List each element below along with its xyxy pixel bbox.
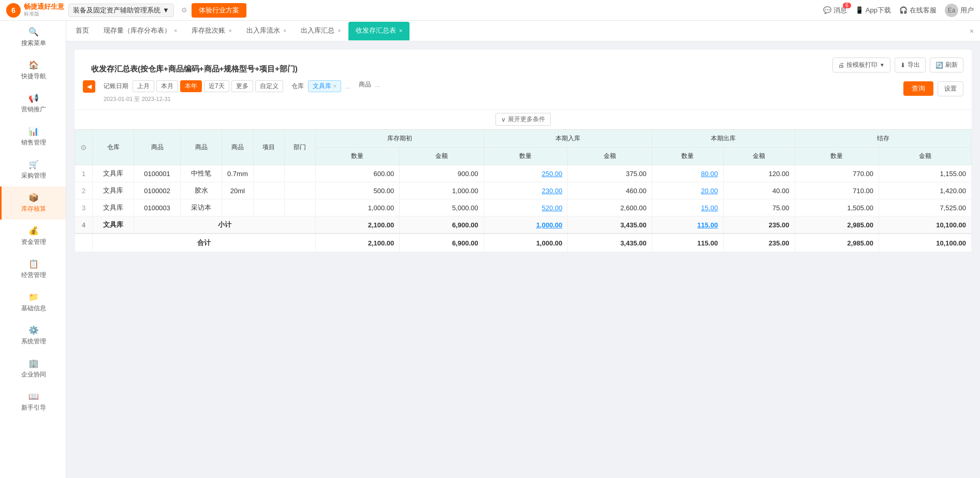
tab-inventory-dist-close[interactable]: ×	[174, 27, 177, 34]
sidebar-item-purchase[interactable]: 🛒 采购管理	[0, 153, 66, 186]
sidebar-label-sales: 销售管理	[21, 138, 46, 147]
sidebar-item-search[interactable]: 🔍 搜索菜单	[0, 21, 66, 54]
print-button[interactable]: 🖨 按模板打印 ▼	[832, 57, 890, 73]
corp-icon: 🏢	[28, 358, 39, 368]
row-bal-qty-2: 710.00	[795, 182, 879, 199]
sidebar-item-inventory[interactable]: 📦 库存核算	[0, 186, 66, 220]
total-row: 合计 2,100.00 6,900.00 1,000.00 3,435.00 1…	[75, 234, 972, 252]
row-dept-1	[284, 165, 315, 182]
total-in-amt: 3,435.00	[568, 234, 652, 252]
row-in-qty-1[interactable]: 250.00	[484, 165, 568, 182]
subtotal-out-qty-link[interactable]: 115.00	[697, 221, 718, 229]
trial-button[interactable]: 体验行业方案	[192, 3, 246, 18]
main-card: 收发存汇总表(按仓库+商品编码+商品+规格型号+项目+部门) 🖨 按模板打印 ▼…	[75, 50, 972, 252]
total-open-qty: 2,100.00	[315, 234, 400, 252]
row-in-qty-link-2[interactable]: 230.00	[542, 187, 562, 195]
tab-summary-close[interactable]: ×	[338, 27, 341, 34]
chevron-down-icon: ∨	[501, 116, 506, 123]
date-btn-more[interactable]: 更多	[231, 80, 253, 92]
subtotal-open-amt: 6,900.00	[400, 216, 484, 234]
row-out-qty-link-3[interactable]: 15.00	[701, 204, 718, 212]
table-row: 1 文具库 0100001 中性笔 0.7mm 600.00 900.00 25…	[75, 165, 972, 182]
sidebar-item-quick[interactable]: 🏠 快捷导航	[0, 54, 66, 87]
sidebar-item-newbie[interactable]: 📖 新手引导	[0, 385, 66, 418]
row-code-3: 0100003	[134, 199, 181, 216]
row-in-qty-link-3[interactable]: 520.00	[542, 204, 562, 212]
system-icon: ⚙️	[28, 325, 39, 335]
row-out-amt-1: 120.00	[723, 165, 795, 182]
user-item[interactable]: Ea 用户	[945, 4, 974, 17]
total-in-qty: 1,000.00	[484, 234, 568, 252]
row-out-qty-link-2[interactable]: 20.00	[701, 187, 718, 195]
tab-flow-label: 出入库流水	[246, 26, 280, 35]
sidebar-item-system[interactable]: ⚙️ 系统管理	[0, 319, 66, 352]
tab-home[interactable]: 首页	[68, 22, 96, 40]
tab-home-label: 首页	[76, 26, 89, 35]
finance-icon: 💰	[28, 226, 39, 236]
sidebar-item-marketing[interactable]: 📢 营销推广	[0, 87, 66, 120]
chevron-down-icon: ▼	[163, 6, 169, 14]
filter-settings-button[interactable]: 设置	[938, 81, 963, 96]
row-bal-qty-1: 770.00	[795, 165, 879, 182]
online-service-item[interactable]: 🎧 在线客服	[899, 6, 937, 15]
date-filter-group: 记账日期 上月 本月 本年 近7天 更多 自定义 2023-01-01 至 20…	[104, 80, 283, 103]
tab-inventory-dist[interactable]: 现存量（库存分布表） ×	[96, 22, 184, 40]
date-btn-custom[interactable]: 自定义	[255, 80, 283, 92]
date-btn-this-year[interactable]: 本年	[180, 80, 202, 92]
print-icon: 🖨	[838, 62, 844, 69]
row-out-amt-3: 75.00	[723, 199, 795, 216]
row-out-qty-1[interactable]: 80.00	[652, 165, 723, 182]
newbie-icon: 📖	[28, 392, 39, 401]
date-btn-last-month[interactable]: 上月	[133, 80, 154, 92]
date-btn-this-month[interactable]: 本月	[156, 80, 178, 92]
sidebar-item-corp[interactable]: 🏢 企业协同	[0, 352, 66, 385]
warehouse-more[interactable]: ...	[345, 83, 350, 90]
sidebar-item-finance[interactable]: 💰 资金管理	[0, 220, 66, 253]
sidebar-item-basic[interactable]: 📁 基础信息	[0, 286, 66, 319]
tab-summary[interactable]: 出入库汇总 ×	[294, 22, 348, 40]
warehouse-tag[interactable]: 文具库 ×	[308, 80, 341, 92]
tab-receipt-summary[interactable]: 收发存汇总表 ×	[348, 22, 409, 40]
row-open-qty-3: 1,000.00	[315, 199, 400, 216]
subtotal-out-qty[interactable]: 115.00	[652, 216, 723, 234]
row-in-qty-link-1[interactable]: 250.00	[542, 170, 562, 178]
sidebar-item-sales[interactable]: 📊 销售管理	[0, 120, 66, 153]
system-selector[interactable]: 装备及固定资产辅助管理系统 ▼	[68, 4, 174, 17]
row-spec-3	[222, 199, 254, 216]
tab-batch[interactable]: 库存批次账 ×	[184, 22, 239, 40]
subtotal-in-qty[interactable]: 1,000.00	[484, 216, 568, 234]
date-btn-7days[interactable]: 近7天	[204, 80, 229, 92]
collapse-button[interactable]: ◀	[83, 80, 95, 93]
app-download-item[interactable]: 📱 App下载	[855, 6, 891, 15]
row-in-qty-2[interactable]: 230.00	[484, 182, 568, 199]
refresh-button[interactable]: 🔄 刷新	[930, 57, 963, 73]
tab-batch-close[interactable]: ×	[228, 27, 231, 34]
expand-conditions-button[interactable]: ∨ 展开更多条件	[495, 113, 551, 126]
purchase-icon: 🛒	[28, 160, 39, 169]
tab-receipt-close[interactable]: ×	[399, 27, 402, 34]
subtotal-in-qty-link[interactable]: 1,000.00	[536, 221, 563, 229]
expand-row: ∨ 展开更多条件	[75, 110, 972, 129]
tab-close-all[interactable]: ×	[966, 27, 978, 35]
row-spec-2: 20ml	[222, 182, 254, 199]
gear-icon[interactable]: ⚙	[80, 143, 87, 152]
export-button[interactable]: ⬇ 导出	[895, 57, 926, 73]
th-settings: ⚙	[75, 130, 93, 165]
notification-item[interactable]: 💬 消息 6	[823, 6, 847, 15]
warehouse-tag-close[interactable]: ×	[333, 83, 337, 89]
row-out-qty-link-1[interactable]: 80.00	[701, 170, 718, 178]
row-out-qty-3[interactable]: 15.00	[652, 199, 723, 216]
query-button[interactable]: 查询	[903, 81, 933, 96]
row-spec-1: 0.7mm	[222, 165, 254, 182]
row-in-qty-3[interactable]: 520.00	[484, 199, 568, 216]
settings-icon[interactable]: ⚙	[181, 6, 187, 14]
row-warehouse-3: 文具库	[93, 199, 134, 216]
total-label: 合计	[93, 234, 316, 252]
row-open-amt-3: 5,000.00	[400, 199, 484, 216]
row-open-amt-2: 1,000.00	[400, 182, 484, 199]
row-out-qty-2[interactable]: 20.00	[652, 182, 723, 199]
tab-flow[interactable]: 出入库流水 ×	[239, 22, 294, 40]
goods-more[interactable]: ...	[375, 81, 381, 89]
tab-flow-close[interactable]: ×	[283, 27, 286, 34]
sidebar-item-operation[interactable]: 📋 经营管理	[0, 253, 66, 286]
